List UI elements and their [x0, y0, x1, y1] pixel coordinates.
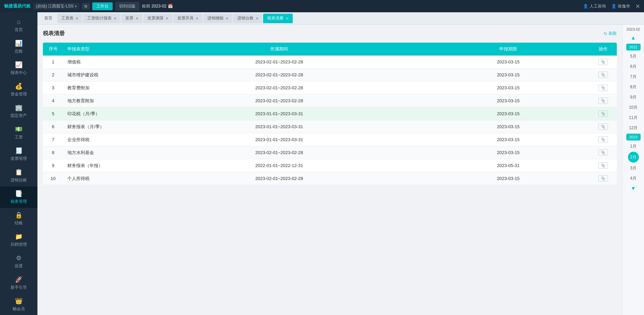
tab-salary-stat[interactable]: 工资统计报表 ×	[83, 14, 120, 23]
cell-deadline: 2023-03-15	[427, 172, 590, 185]
action-button[interactable]: 📎	[598, 123, 608, 130]
cell-seq: 9	[43, 159, 63, 172]
cell-seq: 6	[43, 120, 63, 133]
tab-home[interactable]: 首页	[40, 14, 57, 23]
date-panel: 2023.02 ▲ 2022 5月 6月 7月 8月 9月 10月 11月 12…	[622, 25, 644, 315]
tab-close-icon[interactable]: ×	[114, 16, 116, 21]
month-11[interactable]: 11月	[625, 113, 642, 122]
cell-deadline: 2023-05-31	[427, 159, 590, 172]
sidebar-item-closing[interactable]: 🔒 结账	[0, 208, 37, 229]
cell-seq: 8	[43, 146, 63, 159]
copy-button[interactable]: ⧉	[82, 3, 90, 10]
sidebar-item-salary[interactable]: 💵 工资	[0, 122, 37, 144]
tab-close-icon[interactable]: ×	[166, 16, 168, 21]
funds-icon: 💰	[15, 82, 22, 90]
user-service[interactable]: 👤 人工咨询	[583, 3, 606, 9]
sidebar-item-label: 总账	[15, 48, 23, 54]
service-icon: 👤	[583, 4, 588, 9]
sidebar-item-tax[interactable]: 📑 税务管理	[0, 186, 37, 208]
date-panel-nav-up[interactable]: ▲	[623, 33, 644, 43]
refresh-button[interactable]: ↻ 刷新	[604, 31, 617, 36]
home-icon: ⌂	[17, 18, 21, 26]
sidebar-item-settings[interactable]: ⚙ 设置	[0, 251, 37, 272]
chevron-down-icon[interactable]: ▼	[631, 184, 636, 193]
cell-action: 📎	[590, 56, 617, 69]
reconcile-icon: 📋	[15, 168, 22, 176]
table-row: 10 个人所得税 2023-02-01~2023-02-28 2023-03-1…	[43, 172, 617, 185]
action-button[interactable]: 📎	[598, 136, 608, 143]
tab-close-icon[interactable]: ×	[256, 16, 258, 21]
tab-in-out-check[interactable]: 进销稽核 ×	[203, 14, 232, 23]
month-5[interactable]: 5月	[625, 51, 642, 61]
cell-period: 2023-01-01~2023-03-31	[131, 120, 427, 133]
month-7[interactable]: 7月	[625, 72, 642, 81]
sidebar-item-funds[interactable]: 💰 资金管理	[0, 79, 37, 101]
sidebar-item-archive[interactable]: 📁 归档管理	[0, 229, 37, 251]
tab-tax-list[interactable]: 税表清册 ×	[263, 14, 292, 23]
invoice-icon: 🧾	[15, 147, 22, 154]
archive-icon: 📁	[15, 233, 22, 240]
tab-salary[interactable]: 工资表 ×	[57, 14, 82, 23]
sidebar-item-invoice[interactable]: 🧾 发票管理	[0, 144, 37, 165]
action-button[interactable]: 📎	[598, 59, 608, 65]
month-10[interactable]: 10月	[625, 103, 642, 112]
sidebar-item-member[interactable]: 👑 畅会员	[0, 294, 37, 315]
cell-period: 2023-02-01~2023-02-28	[131, 146, 427, 159]
cell-type: 印花税（月/季）	[63, 107, 131, 120]
month-1[interactable]: 1月	[625, 141, 642, 151]
col-action: 操作	[590, 43, 617, 56]
action-button[interactable]: 📎	[598, 85, 608, 91]
tab-close-icon[interactable]: ×	[286, 16, 288, 21]
sidebar-item-label: 设置	[15, 263, 23, 269]
sidebar-item-assets[interactable]: 🏢 固定资产	[0, 101, 37, 122]
old-version-button[interactable]: 切到旧版	[115, 2, 139, 11]
sidebar-item-reports[interactable]: 📈 报表中心	[0, 58, 37, 79]
action-button[interactable]: 📎	[598, 110, 608, 117]
month-12[interactable]: 12月	[625, 123, 642, 133]
action-button[interactable]: 📎	[598, 162, 608, 169]
table-row: 9 财务报表（年报） 2022-01-01~2022-12-31 2023-05…	[43, 159, 617, 172]
chevron-down-icon: ▾	[75, 4, 77, 8]
tab-close-icon[interactable]: ×	[196, 16, 198, 21]
month-3[interactable]: 3月	[625, 163, 642, 173]
action-button[interactable]: 📎	[598, 175, 608, 182]
action-button[interactable]: 📎	[598, 97, 608, 104]
user-profile[interactable]: 👤 徐逸华	[611, 3, 630, 9]
month-8[interactable]: 8月	[625, 82, 642, 92]
sidebar-item-label: 首页	[15, 27, 23, 33]
tab-close-icon[interactable]: ×	[135, 16, 138, 21]
cell-type: 财务报表（年报）	[63, 159, 131, 172]
closing-icon: 🔒	[15, 211, 22, 219]
chevron-up-icon[interactable]: ▲	[631, 33, 636, 42]
action-button[interactable]: 📎	[598, 149, 608, 156]
tab-invoice[interactable]: 发票 ×	[121, 14, 142, 23]
cell-type: 个人所得税	[63, 172, 131, 185]
sidebar-item-ledger[interactable]: 📊 总账	[0, 36, 37, 58]
main-layout: ⌂ 首页 📊 总账 📈 报表中心 💰 资金管理 🏢 固定资产 💵 工资 🧾 发票…	[0, 12, 644, 315]
sidebar-item-guide[interactable]: 🚀 新手引导	[0, 272, 37, 294]
cell-type: 增值税	[63, 56, 131, 69]
sidebar-item-home[interactable]: ⌂ 首页	[0, 15, 37, 36]
date-panel-nav-down[interactable]: ▼	[623, 183, 644, 194]
tab-in-out-ledger[interactable]: 进销台账 ×	[233, 14, 262, 23]
close-button[interactable]: ✕	[635, 3, 640, 10]
sidebar-item-reconcile[interactable]: 📋 进销台账	[0, 165, 37, 186]
tab-close-icon[interactable]: ×	[226, 16, 228, 21]
tab-invoice-calc[interactable]: 发票测算 ×	[143, 14, 173, 23]
company-selector[interactable]: (勿动) 江西股宝-LSS ▾	[33, 3, 79, 10]
calendar-icon[interactable]: 📅	[168, 4, 173, 9]
month-4[interactable]: 4月	[625, 174, 642, 183]
sidebar-item-label: 固定资产	[11, 113, 27, 119]
panel-header-year: 2023.02	[627, 26, 640, 33]
tab-close-icon[interactable]: ×	[76, 16, 78, 21]
month-2-active[interactable]: 2月	[628, 152, 639, 163]
workspace-button[interactable]: 工作台	[92, 2, 113, 10]
action-button[interactable]: 📎	[598, 72, 608, 78]
month-6[interactable]: 6月	[625, 62, 642, 71]
content-area: 首页 工资表 × 工资统计报表 × 发票 × 发票测算 × 发票开具 ×	[37, 12, 644, 315]
tab-invoice-open[interactable]: 发票开具 ×	[173, 14, 203, 23]
year-2022-label: 2022	[626, 44, 641, 50]
sidebar-item-label: 资金管理	[11, 91, 27, 97]
month-9[interactable]: 9月	[625, 92, 642, 102]
cell-seq: 5	[43, 107, 63, 120]
